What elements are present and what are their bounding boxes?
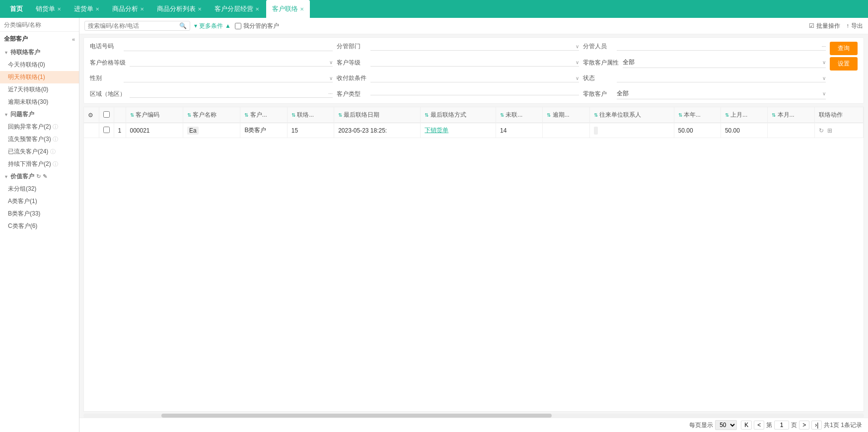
sidebar-item-class-b[interactable]: B类客户(33) xyxy=(0,208,79,220)
sidebar-item-class-a[interactable]: A类客户(1) xyxy=(0,195,79,208)
customer-price-select[interactable]: ∨ xyxy=(130,59,333,67)
sort-icon-notcontact: ⇅ xyxy=(500,112,504,118)
action-refresh-icon[interactable]: ↻ xyxy=(819,127,824,134)
edit-icon[interactable]: ✎ xyxy=(43,173,47,180)
page-number-input[interactable] xyxy=(774,421,789,430)
next-page-button[interactable]: > xyxy=(799,421,809,430)
row-this-year: 50.00 xyxy=(674,123,721,138)
close-product-analysis-list-icon[interactable]: ✕ xyxy=(198,6,202,12)
sidebar-item-class-c[interactable]: C类客户(6) xyxy=(0,220,79,232)
prev-page-button[interactable]: < xyxy=(754,421,764,430)
sidebar: 🔍 全部客户 « 待联络客户 今天待联络(0) 明天待联络(1) 近7天待联络(… xyxy=(0,18,79,432)
all-customers-header[interactable]: 全部客户 « xyxy=(0,32,79,46)
select-all-checkbox[interactable] xyxy=(103,111,110,118)
filter-row-1: 电话号码 分管部门 ∨ 分管人员 ··· xyxy=(90,42,826,51)
my-customers-checkbox[interactable]: 我分管的客户 xyxy=(235,22,279,30)
sidebar-search-area: 🔍 xyxy=(0,18,79,32)
search-icon[interactable]: 🔍 xyxy=(179,22,187,29)
sidebar-item-continuous-decline[interactable]: 持续下滑客户(2) ⓘ xyxy=(0,158,79,170)
retail-attr-select[interactable]: 全部 ∨ xyxy=(623,57,826,68)
my-customers-check[interactable] xyxy=(235,23,241,29)
sidebar-item-already-lost[interactable]: 已流失客户(24) ⓘ xyxy=(0,145,79,158)
contact-method-link[interactable]: 下销货单 xyxy=(425,127,448,134)
sidebar-item-unclassified[interactable]: 未分组(32) xyxy=(0,183,79,195)
more-conditions-button[interactable]: ▾ 更多条件 ▲ xyxy=(194,22,231,30)
status-select[interactable]: ∨ xyxy=(617,74,826,82)
reset-button[interactable]: 设置 xyxy=(830,57,858,71)
payment-field: 收付款条件 ∨ xyxy=(337,74,579,82)
close-customer-contact-icon[interactable]: ✕ xyxy=(300,6,304,12)
row-unit-contact xyxy=(589,123,674,138)
col-customer-type[interactable]: ⇅ 客户... xyxy=(240,107,287,123)
search-input[interactable] xyxy=(88,22,177,29)
person-field: 分管人员 ··· xyxy=(583,42,826,51)
row-not-contacted: 14 xyxy=(496,123,543,138)
col-unit-contact[interactable]: ⇅ 往来单位联系人 xyxy=(589,107,674,123)
row-last-month: 50.00 xyxy=(721,123,767,138)
col-last-month[interactable]: ⇅ 上月... xyxy=(721,107,767,123)
col-this-year[interactable]: ⇅ 本年... xyxy=(674,107,721,123)
col-last-contact-method[interactable]: ⇅ 最后联络方式 xyxy=(421,107,496,123)
person-select[interactable]: ··· xyxy=(617,43,826,51)
sort-icon-name: ⇅ xyxy=(187,112,191,118)
query-button[interactable]: 查询 xyxy=(830,42,858,55)
last-page-button[interactable]: ›| xyxy=(811,421,822,430)
retail-select[interactable]: 全部 ∨ xyxy=(617,88,826,99)
sidebar-item-week-contact[interactable]: 近7天待联络(0) xyxy=(0,83,79,96)
col-settings[interactable]: ⚙ xyxy=(84,107,99,123)
sort-icon-lastmonth: ⇅ xyxy=(725,112,729,118)
col-code[interactable]: ⇅ 客户编码 xyxy=(126,107,183,123)
close-sales-order-icon[interactable]: ✕ xyxy=(57,6,61,12)
settings-icon[interactable]: ⚙ xyxy=(88,112,93,119)
row-last-contact-date: 2023-05-23 18:25: xyxy=(334,123,421,138)
horizontal-scrollbar[interactable] xyxy=(83,414,864,418)
close-product-analysis-icon[interactable]: ✕ xyxy=(140,6,144,12)
sidebar-search-input[interactable] xyxy=(4,21,78,28)
nav-customer-contact[interactable]: 客户联络 ✕ xyxy=(266,0,310,18)
customer-level-select[interactable]: ∨ xyxy=(370,59,579,67)
row-checkbox[interactable] xyxy=(99,123,114,138)
close-customer-tier-icon[interactable]: ✕ xyxy=(255,6,259,12)
page-size-select[interactable]: 50 xyxy=(715,420,737,430)
content-area: 🔍 ▾ 更多条件 ▲ 我分管的客户 ☑ 批量操作 ↑ 导出 xyxy=(79,18,868,432)
payment-select[interactable]: ∨ xyxy=(370,74,579,82)
nav-purchase-order[interactable]: 进货单 ✕ xyxy=(68,0,105,18)
check-icon: ☑ xyxy=(809,22,814,29)
sidebar-item-overdue-contact[interactable]: 逾期未联络(30) xyxy=(0,96,79,108)
scrollbar-thumb[interactable] xyxy=(161,414,552,418)
status-dropdown-icon: ∨ xyxy=(822,75,826,81)
sidebar-item-today-contact[interactable]: 今天待联络(0) xyxy=(0,59,79,71)
close-purchase-order-icon[interactable]: ✕ xyxy=(95,6,99,12)
payment-dropdown-icon: ∨ xyxy=(576,75,579,81)
col-not-contacted[interactable]: ⇅ 未联... xyxy=(496,107,543,123)
region-select[interactable]: ··· xyxy=(130,90,333,98)
col-name[interactable]: ⇅ 客户名称 xyxy=(183,107,240,123)
row-check[interactable] xyxy=(103,127,110,133)
gender-select[interactable]: ∨ xyxy=(124,74,333,82)
first-page-button[interactable]: K xyxy=(741,421,752,430)
table-header-row: ⚙ ⇅ 客户编码 ⇅ 客户名称 xyxy=(84,107,864,123)
nav-product-analysis-list[interactable]: 商品分析列表 ✕ xyxy=(151,0,208,18)
row-last-contact-method[interactable]: 下销货单 xyxy=(421,123,496,138)
col-contact[interactable]: ⇅ 联络... xyxy=(287,107,334,123)
col-last-contact-date[interactable]: ⇅ 最后联络日期 xyxy=(334,107,421,123)
export-button[interactable]: ↑ 导出 xyxy=(846,22,863,30)
col-checkbox[interactable] xyxy=(99,107,114,123)
action-grid-icon[interactable]: ⊞ xyxy=(827,127,832,134)
customer-type-select[interactable] xyxy=(370,93,579,95)
col-this-month[interactable]: ⇅ 本月... xyxy=(768,107,814,123)
phone-input[interactable] xyxy=(124,42,333,51)
col-overdue[interactable]: ⇅ 逾期... xyxy=(543,107,589,123)
sidebar-item-tomorrow-contact[interactable]: 明天待联络(1) xyxy=(0,71,79,83)
nav-home[interactable]: 首页 xyxy=(4,0,29,18)
refresh-icon[interactable]: ↻ xyxy=(36,173,41,180)
nav-product-analysis[interactable]: 商品分析 ✕ xyxy=(106,0,150,18)
nav-customer-tier[interactable]: 客户分层经营 ✕ xyxy=(209,0,265,18)
sidebar-item-lost-warning[interactable]: 流失预警客户(3) ⓘ xyxy=(0,133,79,145)
person-more-icon: ··· xyxy=(822,44,826,49)
nav-sales-order[interactable]: 销货单 ✕ xyxy=(30,0,67,18)
dept-select[interactable]: ∨ xyxy=(370,43,579,51)
batch-operations-button[interactable]: ☑ 批量操作 xyxy=(809,22,840,30)
row-action[interactable]: ↻ ⊞ xyxy=(814,123,863,138)
sidebar-item-repeat-abnormal[interactable]: 回购异常客户(2) ⓘ xyxy=(0,121,79,133)
